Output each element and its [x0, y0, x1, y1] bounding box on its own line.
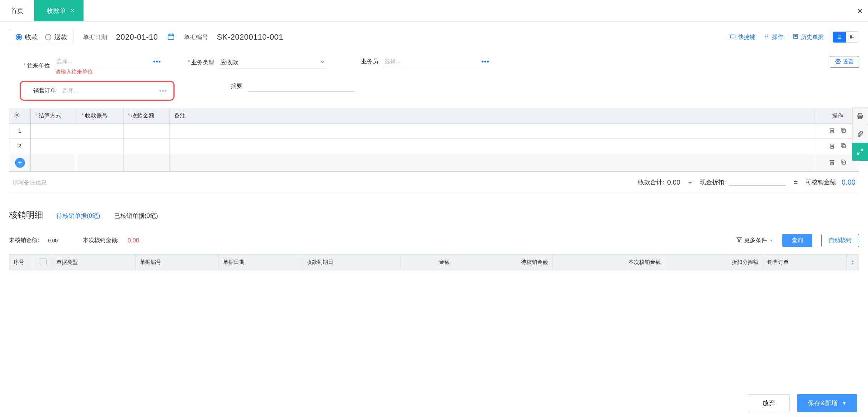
svg-rect-0 — [168, 34, 174, 39]
svg-rect-17 — [851, 36, 852, 36]
more-icon[interactable]: ••• — [153, 58, 161, 65]
more-icon[interactable]: ••• — [481, 58, 489, 65]
vcol-amt: 金额 — [400, 255, 454, 270]
svg-point-7 — [765, 35, 766, 36]
table-settings-header[interactable] — [9, 108, 31, 124]
radio-refund-label: 退款 — [54, 33, 67, 41]
shortcut-label: 快捷键 — [738, 34, 755, 41]
doc-date-label: 单据日期 — [83, 33, 107, 41]
gear-icon — [835, 59, 841, 65]
summary-label: 摘要 — [212, 82, 242, 90]
svg-point-22 — [16, 114, 18, 116]
copy-icon[interactable] — [840, 142, 847, 150]
svg-point-10 — [767, 36, 768, 37]
side-attach-button[interactable] — [852, 125, 868, 143]
summary-input[interactable] — [248, 83, 346, 89]
remark-input[interactable] — [12, 179, 298, 186]
discount-input[interactable] — [729, 179, 786, 186]
shortcut-link[interactable]: 快捷键 — [730, 33, 755, 41]
vcol-due: 收款到期日 — [302, 255, 400, 270]
copy-icon[interactable] — [840, 159, 847, 167]
radio-refund[interactable]: 退款 — [45, 33, 67, 41]
delete-icon[interactable] — [829, 142, 835, 150]
radio-unchecked-icon — [45, 34, 51, 40]
party-input[interactable] — [56, 58, 153, 65]
plus-sign: + — [688, 179, 692, 186]
vcol-discalloc: 折扣分摊额 — [665, 255, 763, 270]
party-label: *往来单位 — [20, 62, 50, 70]
svg-point-8 — [767, 35, 768, 36]
biztype-value[interactable]: 应收款 — [220, 58, 238, 66]
view-list-button[interactable] — [833, 32, 846, 42]
tab-receipt[interactable]: 收款单 × — [34, 0, 84, 21]
tab-pending[interactable]: 待核销单据(0笔) — [56, 210, 101, 221]
doc-no-value: SK-20200110-001 — [217, 32, 283, 42]
view-toggle — [833, 31, 859, 43]
settings-button[interactable]: 设置 — [830, 56, 859, 68]
copy-icon[interactable] — [840, 127, 847, 135]
query-button[interactable]: 查询 — [782, 234, 812, 247]
svg-point-21 — [837, 61, 839, 62]
more-icon[interactable]: ••• — [159, 87, 167, 95]
history-link[interactable]: 历史单据 — [792, 33, 824, 41]
checkbox-icon[interactable] — [40, 258, 47, 265]
order-input[interactable] — [62, 87, 160, 94]
cancel-button[interactable]: 放弃 — [748, 394, 790, 412]
cell-account[interactable] — [77, 139, 123, 154]
more-conditions[interactable]: 更多条件 — [736, 237, 773, 244]
chevron-down-icon — [769, 237, 773, 244]
chevron-down-icon: ▼ — [842, 401, 847, 406]
vcol-type: 单据类型 — [52, 255, 136, 270]
vcol-date: 单据日期 — [219, 255, 302, 270]
auto-verify-button[interactable]: 自动核销 — [821, 234, 859, 247]
table-row: 2 — [9, 139, 859, 154]
save-button[interactable]: 保存&新增 ▼ — [797, 394, 857, 412]
radio-receive[interactable]: 收款 — [16, 33, 38, 41]
operate-link[interactable]: 操作 — [764, 34, 783, 41]
calendar-icon[interactable] — [167, 32, 175, 42]
cell-note[interactable] — [170, 139, 816, 154]
party-error: 请输入往来单位 — [55, 69, 162, 75]
cell-amount[interactable] — [123, 139, 170, 154]
svg-rect-4 — [730, 35, 735, 38]
vcol-no: 单据编号 — [135, 255, 219, 270]
discount-label: 现金折扣: — [700, 178, 726, 186]
svg-marker-32 — [737, 238, 741, 242]
cell-account[interactable] — [77, 124, 123, 139]
save-label: 保存&新增 — [808, 399, 838, 407]
doc-no-label: 单据编号 — [184, 33, 208, 41]
doc-date-value[interactable]: 2020-01-10 — [116, 32, 158, 42]
close-all-icon[interactable]: × — [857, 5, 863, 16]
cell-settlement[interactable] — [31, 139, 77, 154]
vcol-checkbox[interactable] — [34, 255, 52, 270]
radio-receive-label: 收款 — [25, 33, 38, 41]
history-label: 历史单据 — [801, 34, 824, 41]
cell-amount[interactable] — [123, 124, 170, 139]
table-add-row: + — [9, 154, 859, 172]
clerk-input[interactable] — [384, 58, 482, 65]
side-print-button[interactable] — [852, 107, 868, 125]
radio-checked-icon — [16, 34, 22, 40]
tab-home[interactable]: 首页 — [0, 0, 34, 21]
final-label: 可核销金额 — [806, 178, 836, 186]
chevron-down-icon[interactable] — [319, 59, 325, 66]
side-expand-button[interactable] — [852, 143, 868, 161]
unamt-label: 未核销金额: — [9, 237, 39, 244]
cell-settlement[interactable] — [31, 124, 77, 139]
total-label: 收款合计: — [638, 178, 664, 186]
delete-icon[interactable] — [829, 159, 835, 167]
verify-table: 序号 单据类型 单据编号 单据日期 收款到期日 金额 待核销金额 本次核销金额 … — [9, 254, 859, 270]
close-icon[interactable]: × — [70, 6, 75, 15]
unamt-value: 0.00 — [48, 238, 57, 243]
vcol-sort[interactable]: ▲▼ — [847, 255, 859, 270]
delete-icon[interactable] — [829, 127, 835, 135]
view-detail-button[interactable] — [846, 32, 859, 42]
svg-rect-18 — [851, 37, 852, 38]
vcol-order: 销售订单 — [763, 255, 847, 270]
row-index: 1 — [9, 124, 31, 139]
cell-note[interactable] — [170, 124, 816, 139]
add-row-button[interactable]: + — [15, 158, 25, 168]
tab-done[interactable]: 已核销单据(0笔) — [113, 210, 159, 221]
verify-title: 核销明细 — [9, 209, 43, 221]
sort-down-icon: ▼ — [851, 262, 854, 265]
